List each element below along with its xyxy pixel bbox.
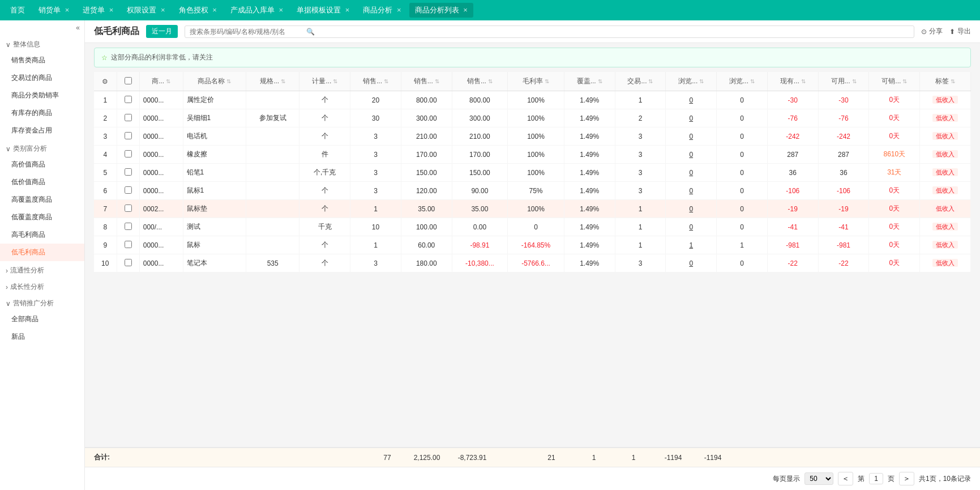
sidebar-group-overall[interactable]: ∨ 整体信息: [0, 35, 84, 52]
sidebar-item-sales-products[interactable]: 销售类商品: [0, 52, 84, 69]
row-browse1[interactable]: 0: [666, 127, 717, 146]
search-icon[interactable]: 🔍: [306, 28, 315, 36]
th-available[interactable]: 可用...⇅: [818, 72, 869, 91]
sidebar-group-growth[interactable]: › 成长性分析: [0, 278, 84, 294]
row-name[interactable]: 测试: [183, 218, 246, 236]
nav-permissions[interactable]: 权限设置 ×: [121, 3, 170, 18]
row-checkbox[interactable]: [125, 204, 132, 212]
search-input[interactable]: [190, 28, 303, 36]
row-browse1[interactable]: 0: [666, 200, 717, 218]
row-checkbox-cell[interactable]: [117, 218, 139, 236]
sidebar-group-category[interactable]: ∨ 类别富分析: [0, 139, 84, 156]
sidebar-item-category-rate[interactable]: 商品分类助销率: [0, 87, 84, 104]
sidebar-group-liquidity[interactable]: › 流通性分析: [0, 261, 84, 278]
th-stock[interactable]: 现有...⇅: [767, 72, 818, 91]
row-name[interactable]: 橡皮擦: [183, 146, 246, 164]
th-trade[interactable]: 交易...⇅: [615, 72, 666, 91]
sidebar-collapse-btn[interactable]: «: [76, 24, 80, 32]
row-checkbox[interactable]: [125, 223, 132, 230]
th-coverage[interactable]: 覆盖...⇅: [564, 72, 615, 91]
close-icon[interactable]: ×: [345, 6, 350, 14]
nav-product-analysis[interactable]: 商品分析 ×: [357, 3, 406, 18]
th-saleable[interactable]: 可销...⇅: [869, 72, 920, 91]
sidebar-item-high-margin[interactable]: 高毛利商品: [0, 226, 84, 244]
row-checkbox[interactable]: [125, 241, 132, 248]
share-button[interactable]: ⊙ 分享: [921, 27, 943, 36]
th-sales[interactable]: 销售...⇅: [452, 72, 508, 91]
row-checkbox-cell[interactable]: [117, 200, 139, 218]
row-checkbox-cell[interactable]: [117, 254, 139, 272]
th-checkbox[interactable]: [117, 72, 139, 91]
th-profit[interactable]: 毛利率⇅: [508, 72, 564, 91]
export-button[interactable]: ⬆ 导出: [949, 27, 971, 36]
th-browse2[interactable]: 浏览...⇅: [717, 72, 768, 91]
close-icon[interactable]: ×: [65, 6, 70, 14]
row-name[interactable]: 吴细细1: [183, 109, 246, 127]
row-browse1[interactable]: 0: [666, 164, 717, 182]
row-checkbox-cell[interactable]: [117, 182, 139, 200]
row-checkbox[interactable]: [125, 186, 132, 194]
nav-product-analysis-list[interactable]: 商品分析列表 ×: [409, 3, 473, 18]
row-checkbox-cell[interactable]: [117, 109, 139, 127]
th-name[interactable]: 商品名称⇅: [183, 72, 246, 91]
row-name[interactable]: 铅笔1: [183, 164, 246, 182]
row-browse1[interactable]: 0: [666, 218, 717, 236]
nav-roles[interactable]: 角色授权 ×: [173, 3, 222, 18]
nav-home[interactable]: 首页: [5, 3, 31, 18]
row-checkbox[interactable]: [125, 132, 132, 139]
row-browse1[interactable]: 0: [666, 91, 717, 109]
row-checkbox[interactable]: [125, 96, 132, 103]
sidebar-item-stocked-products[interactable]: 有库存的商品: [0, 104, 84, 122]
row-name[interactable]: 电话机: [183, 127, 246, 146]
row-name[interactable]: 属性定价: [183, 91, 246, 109]
per-page-select[interactable]: 50 100 200: [804, 472, 833, 485]
sidebar-item-low-margin[interactable]: 低毛利商品: [0, 244, 84, 261]
sidebar-item-all-products[interactable]: 全部商品: [0, 310, 84, 328]
row-name[interactable]: 鼠标: [183, 236, 246, 254]
row-browse1[interactable]: 0: [666, 254, 717, 272]
nav-purchase[interactable]: 进货单 ×: [77, 3, 119, 18]
row-checkbox-cell[interactable]: [117, 164, 139, 182]
th-qty[interactable]: 销售...⇅: [350, 72, 401, 91]
row-checkbox[interactable]: [125, 114, 132, 121]
row-name[interactable]: 鼠标1: [183, 182, 246, 200]
sidebar-item-new-products[interactable]: 新品: [0, 328, 84, 346]
close-icon[interactable]: ×: [463, 6, 468, 14]
prev-page-button[interactable]: ＜: [838, 472, 853, 485]
row-checkbox-cell[interactable]: [117, 91, 139, 109]
row-browse1[interactable]: 0: [666, 182, 717, 200]
th-browse1[interactable]: 浏览...⇅: [666, 72, 717, 91]
nav-template[interactable]: 单据模板设置 ×: [291, 3, 355, 18]
row-checkbox-cell[interactable]: [117, 236, 139, 254]
select-all-checkbox[interactable]: [125, 77, 132, 84]
sidebar-item-low-coverage[interactable]: 低覆盖度商品: [0, 208, 84, 226]
row-browse1[interactable]: 0: [666, 146, 717, 164]
close-icon[interactable]: ×: [161, 6, 165, 14]
close-icon[interactable]: ×: [279, 6, 284, 14]
close-icon[interactable]: ×: [397, 6, 401, 14]
sidebar-item-traded-products[interactable]: 交易过的商品: [0, 69, 84, 87]
th-spec[interactable]: 规格...⇅: [246, 72, 299, 91]
row-name[interactable]: 笔记本: [183, 254, 246, 272]
sidebar-item-low-value[interactable]: 低价值商品: [0, 173, 84, 191]
nav-sales[interactable]: 销货单 ×: [33, 3, 75, 18]
sidebar-item-high-value[interactable]: 高价值商品: [0, 156, 84, 173]
nav-product-entry[interactable]: 产成品入库单 ×: [225, 3, 289, 18]
row-checkbox-cell[interactable]: [117, 146, 139, 164]
close-icon[interactable]: ×: [212, 6, 217, 14]
next-page-button[interactable]: ＞: [899, 472, 914, 485]
th-unit[interactable]: 计量...⇅: [299, 72, 350, 91]
close-icon[interactable]: ×: [109, 6, 114, 14]
sidebar-item-inventory-capital[interactable]: 库存资金占用: [0, 122, 84, 139]
row-name[interactable]: 鼠标垫: [183, 200, 246, 218]
row-checkbox[interactable]: [125, 259, 132, 266]
row-checkbox-cell[interactable]: [117, 127, 139, 146]
sidebar-item-high-coverage[interactable]: 高覆盖度商品: [0, 191, 84, 208]
sidebar-group-marketing[interactable]: ∨ 营销推广分析: [0, 294, 84, 310]
th-tag[interactable]: 标签⇅: [920, 72, 971, 91]
th-price[interactable]: 销售...⇅: [401, 72, 452, 91]
row-browse1[interactable]: 0: [666, 109, 717, 127]
row-checkbox[interactable]: [125, 168, 132, 176]
th-code[interactable]: 商...⇅: [139, 72, 183, 91]
row-checkbox[interactable]: [125, 150, 132, 157]
